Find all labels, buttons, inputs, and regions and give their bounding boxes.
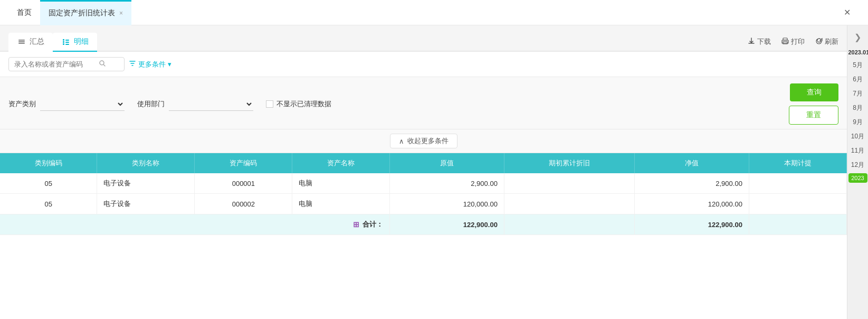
download-label: 下载: [757, 37, 771, 46]
filter-row: 资产类别 使用部门 不显示已清理数据 查询 重置: [8, 83, 838, 125]
th-category-code: 类别编码: [0, 153, 97, 173]
svg-rect-2: [18, 40, 25, 41]
sidebar-month-9[interactable]: 9月: [848, 115, 867, 129]
sidebar-month-10[interactable]: 10月: [848, 129, 867, 144]
sidebar-month-8[interactable]: 8月: [848, 101, 867, 115]
svg-point-12: [100, 61, 104, 65]
table-body: 05 电子设备 000001 电脑 2,900.00 2,900.00 05 电…: [0, 173, 847, 235]
svg-rect-5: [63, 41, 64, 43]
main-content: 汇总 明细: [0, 25, 868, 319]
sidebar-date-display: 2023.01: [848, 46, 867, 58]
total-net-value: 122,900.00: [635, 214, 749, 235]
cleared-data-checkbox[interactable]: [266, 100, 273, 108]
cell-accumulated-dep: [504, 194, 635, 214]
svg-rect-4: [65, 40, 69, 41]
cell-category-code: 05: [0, 194, 97, 214]
cell-asset-name: 电脑: [292, 173, 390, 194]
cell-accumulated-dep: [504, 173, 635, 194]
svg-rect-7: [63, 43, 64, 45]
asset-type-filter: 资产类别: [8, 97, 125, 111]
chevron-down-icon: ▾: [168, 60, 171, 68]
cell-original-value: 120,000.00: [390, 194, 504, 214]
tab-actions: 下载 打印: [748, 37, 838, 51]
cleared-data-label: 不显示已清理数据: [276, 99, 331, 109]
th-asset-code: 资产编码: [195, 153, 292, 173]
data-table: 类别编码 类别名称 资产编码 资产名称 原值 期初累计折旧 净值 本期计提 05…: [0, 153, 847, 235]
collapse-bar: ∧ 收起更多条件: [0, 129, 847, 153]
nav-home[interactable]: 首页: [8, 8, 40, 17]
filter-buttons: 查询 重置: [789, 83, 838, 125]
refresh-icon: [815, 37, 823, 46]
collapse-button[interactable]: ∧ 收起更多条件: [390, 134, 457, 148]
total-original-value: 122,900.00: [390, 214, 504, 235]
query-button[interactable]: 查询: [790, 83, 838, 101]
right-sidebar: ❯ 2023.01 5月 6月 7月 8月 9月 10月 11月 12月 202…: [847, 25, 868, 319]
print-label: 打印: [791, 37, 805, 46]
svg-rect-1: [18, 41, 25, 42]
filter-icon: [129, 60, 136, 69]
refresh-label: 刷新: [825, 37, 838, 46]
sidebar-month-12[interactable]: 12月: [848, 158, 867, 172]
window-close-button[interactable]: ✕: [834, 0, 860, 25]
more-conditions-button[interactable]: 更多条件 ▾: [129, 60, 171, 69]
svg-rect-0: [18, 43, 25, 44]
top-nav: 首页 固定资产折旧统计表 × ✕: [0, 0, 868, 25]
sidebar-month-6[interactable]: 6月: [848, 72, 867, 87]
reset-button[interactable]: 重置: [789, 106, 838, 125]
svg-rect-11: [783, 42, 787, 44]
sidebar-month-11[interactable]: 11月: [848, 144, 867, 158]
tab-close-icon[interactable]: ×: [119, 10, 123, 17]
collapse-label: 收起更多条件: [407, 136, 449, 146]
more-conditions-label: 更多条件: [138, 60, 166, 69]
cell-category-name: 电子设备: [97, 194, 195, 214]
total-label-text: 合计：: [363, 220, 383, 229]
th-original-value: 原值: [390, 153, 504, 173]
cleared-data-filter: 不显示已清理数据: [266, 99, 331, 109]
tab-summary[interactable]: 汇总: [8, 33, 53, 52]
cell-current-period: [749, 173, 846, 194]
tab-bar: 汇总 明细: [0, 25, 847, 52]
sidebar-expand-arrow[interactable]: ❯: [848, 30, 867, 44]
th-category-name: 类别名称: [97, 153, 195, 173]
sidebar-month-7[interactable]: 7月: [848, 87, 867, 101]
total-row: ⊞ 合计： 122,900.00 122,900.00: [0, 214, 847, 235]
asset-type-label: 资产类别: [8, 99, 36, 109]
list-icon: [61, 37, 71, 46]
collapse-icon: ∧: [399, 137, 404, 145]
cell-asset-code: 000001: [195, 173, 292, 194]
cell-net-value: 2,900.00: [635, 173, 749, 194]
cell-asset-name: 电脑: [292, 194, 390, 214]
cell-original-value: 2,900.00: [390, 173, 504, 194]
asset-type-select[interactable]: [40, 97, 125, 111]
main-tab[interactable]: 固定资产折旧统计表 ×: [40, 0, 131, 25]
th-accumulated-depreciation: 期初累计折旧: [504, 153, 635, 173]
left-panel: 汇总 明细: [0, 25, 847, 319]
department-select[interactable]: [169, 97, 253, 111]
calc-icon: ⊞: [353, 220, 359, 229]
search-wrap: [8, 57, 125, 71]
cell-net-value: 120,000.00: [635, 194, 749, 214]
search-input[interactable]: [14, 60, 99, 68]
top-nav-right: ✕: [834, 0, 860, 25]
tab-summary-label: 汇总: [30, 37, 44, 46]
search-bar: 更多条件 ▾: [0, 52, 847, 77]
refresh-button[interactable]: 刷新: [815, 37, 838, 46]
svg-rect-8: [65, 44, 69, 45]
svg-rect-6: [65, 42, 69, 43]
tab-detail[interactable]: 明细: [53, 33, 97, 52]
total-accumulated-dep: [504, 214, 635, 235]
total-label-cell: ⊞ 合计：: [0, 214, 390, 235]
sidebar-year-badge[interactable]: 2023: [848, 173, 867, 183]
tab-detail-label: 明细: [74, 37, 89, 46]
cell-category-code: 05: [0, 173, 97, 194]
download-button[interactable]: 下载: [748, 37, 771, 46]
print-button[interactable]: 打印: [781, 37, 805, 46]
cell-category-name: 电子设备: [97, 173, 195, 194]
layers-icon: [17, 37, 26, 46]
table-header-row: 类别编码 类别名称 资产编码 资产名称 原值 期初累计折旧 净值 本期计提: [0, 153, 847, 173]
sidebar-month-5[interactable]: 5月: [848, 58, 867, 72]
print-icon: [781, 37, 789, 46]
search-icon: [99, 60, 106, 69]
tab-title: 固定资产折旧统计表: [49, 8, 115, 18]
cell-current-period: [749, 194, 846, 214]
